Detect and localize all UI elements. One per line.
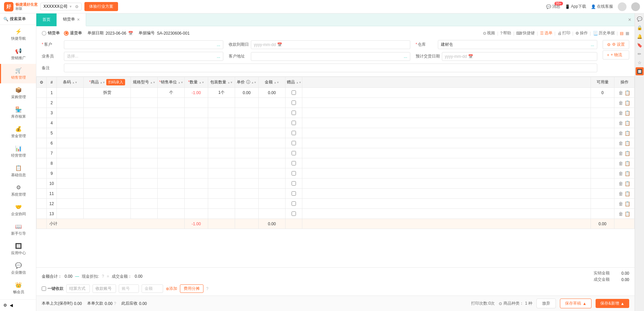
row-remark[interactable]	[302, 118, 591, 128]
copy-icon[interactable]: 📋	[624, 151, 630, 156]
row-remark[interactable]	[302, 189, 591, 199]
row-barcode[interactable]	[57, 199, 84, 209]
copy-icon[interactable]: 📋	[624, 191, 630, 196]
customer-dots[interactable]: ...	[217, 42, 220, 47]
row-gift[interactable]	[286, 108, 302, 118]
row-qty[interactable]	[185, 148, 208, 158]
row-price[interactable]	[235, 98, 259, 108]
delete-icon[interactable]: 🗑	[618, 191, 623, 196]
tab-home[interactable]: 首页	[36, 13, 57, 26]
row-price[interactable]: 0.00	[235, 88, 259, 98]
row-qty[interactable]	[185, 158, 208, 168]
operate-btn[interactable]: ⚙ 操作	[575, 30, 588, 36]
tab-close-icon[interactable]: ×	[77, 17, 80, 22]
save-draft-button[interactable]: 保存草稿 ▲	[560, 299, 592, 308]
save-new-button[interactable]: 保存&新增 ▲	[596, 299, 629, 308]
row-unit[interactable]	[158, 158, 185, 168]
product-kind[interactable]: ⊙ 商品种类： 1 种	[499, 301, 532, 306]
col-settings[interactable]: ⚙	[37, 77, 47, 88]
row-unit[interactable]	[158, 168, 185, 179]
row-pkg-qty[interactable]	[208, 138, 235, 148]
row-qty[interactable]	[185, 108, 208, 118]
row-product[interactable]	[84, 98, 131, 108]
float-btn-4[interactable]: 🔖	[636, 41, 644, 49]
sidebar-settings-icon[interactable]: ⚙	[3, 303, 7, 308]
receive-cal-icon[interactable]: 📅	[277, 42, 282, 47]
row-product[interactable]	[84, 148, 131, 158]
row-remark[interactable]	[302, 138, 591, 148]
expense-button[interactable]: 费用分摊	[180, 284, 203, 293]
row-gift[interactable]	[286, 128, 302, 138]
sidebar-item-quick-nav[interactable]: ⚡ 快捷导航	[0, 25, 36, 44]
row-qty[interactable]	[185, 138, 208, 148]
sidebar-item-appstore[interactable]: 🔲 应用中心	[0, 239, 36, 259]
row-pkg-qty[interactable]: 1个	[208, 88, 235, 98]
row-gift[interactable]	[286, 118, 302, 128]
copy-icon[interactable]: 📋	[624, 90, 630, 95]
row-remark[interactable]	[302, 148, 591, 158]
sidebar-item-system[interactable]: ⚙ 系统管理	[0, 181, 36, 200]
float-btn-1[interactable]: 💬	[636, 15, 644, 23]
row-unit[interactable]	[158, 179, 185, 189]
delete-icon[interactable]: 🗑	[618, 110, 623, 116]
help-btn[interactable]: ? 帮助	[500, 30, 512, 36]
row-gift[interactable]	[286, 158, 302, 168]
row-unit[interactable]: 个	[158, 88, 185, 98]
row-product[interactable]: 拆货	[84, 88, 131, 98]
shortcut-btn[interactable]: ⌨ 快捷键	[516, 30, 535, 36]
salesperson-dots[interactable]: ...	[217, 54, 220, 59]
message-icon-area[interactable]: 💬 消息 99+	[546, 4, 560, 9]
customer-addr-input[interactable]: ...	[251, 52, 410, 61]
delete-icon[interactable]: 🗑	[618, 130, 623, 136]
trial-button[interactable]: 体验行业方案	[84, 2, 118, 11]
avatar[interactable]	[618, 2, 627, 11]
sidebar-item-enterprise[interactable]: 🤝 企业协同	[0, 200, 36, 220]
row-remark[interactable]	[302, 108, 591, 118]
row-amount[interactable]: 0.00	[259, 88, 286, 98]
delete-icon[interactable]: 🗑	[618, 141, 623, 146]
row-unit[interactable]	[158, 148, 185, 158]
row-spec[interactable]	[131, 148, 158, 158]
row-pkg-qty[interactable]	[208, 108, 235, 118]
note-input[interactable]	[64, 64, 597, 72]
row-barcode[interactable]	[57, 189, 84, 199]
row-spec[interactable]	[131, 168, 158, 179]
row-unit[interactable]	[158, 189, 185, 199]
row-amount[interactable]	[259, 108, 286, 118]
row-pkg-qty[interactable]	[208, 199, 235, 209]
row-remark[interactable]	[302, 98, 591, 108]
delete-icon[interactable]: 🗑	[618, 151, 623, 156]
row-qty[interactable]	[185, 189, 208, 199]
gift-checkbox[interactable]	[292, 131, 296, 135]
delete-icon[interactable]: 🗑	[618, 100, 623, 106]
return-radio[interactable]: 退货单	[64, 30, 82, 36]
gift-checkbox[interactable]	[292, 101, 296, 105]
row-price[interactable]	[235, 158, 259, 168]
row-pkg-qty[interactable]	[208, 158, 235, 168]
settings-icon[interactable]: ⚙	[75, 4, 79, 9]
row-gift[interactable]	[286, 179, 302, 189]
sidebar-item-inventory[interactable]: 🏪 库存核算	[0, 103, 36, 122]
row-product[interactable]	[84, 138, 131, 148]
sidebar-item-member[interactable]: 👑 畅会员	[0, 278, 36, 298]
row-gift[interactable]	[286, 168, 302, 179]
sidebar-item-operations[interactable]: 📊 经营管理	[0, 142, 36, 161]
copy-icon[interactable]: 📋	[624, 171, 630, 176]
row-amount[interactable]	[259, 138, 286, 148]
row-product[interactable]	[84, 158, 131, 168]
gift-checkbox[interactable]	[292, 191, 296, 196]
row-amount[interactable]	[259, 209, 286, 219]
row-price[interactable]	[235, 179, 259, 189]
gift-checkbox[interactable]	[292, 161, 296, 165]
expected-cal-icon[interactable]: 📅	[468, 54, 473, 59]
gift-checkbox[interactable]	[292, 181, 296, 186]
row-pkg-qty[interactable]	[208, 168, 235, 179]
row-amount[interactable]	[259, 128, 286, 138]
row-qty[interactable]	[185, 209, 208, 219]
row-pkg-qty[interactable]	[208, 189, 235, 199]
delete-icon[interactable]: 🗑	[618, 171, 623, 176]
row-price[interactable]	[235, 128, 259, 138]
row-gift[interactable]	[286, 209, 302, 219]
row-pkg-qty[interactable]	[208, 128, 235, 138]
sidebar-item-wechat[interactable]: 💬 企业微信	[0, 259, 36, 278]
